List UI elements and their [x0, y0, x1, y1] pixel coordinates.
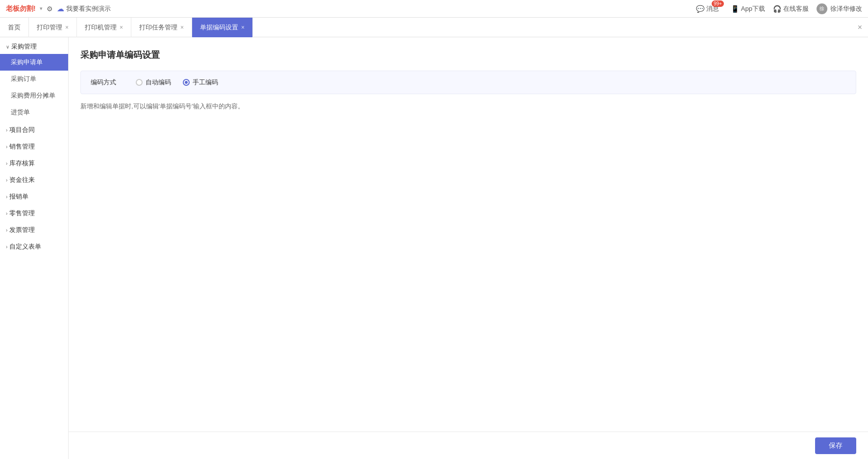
tab-print-task-mgmt[interactable]: 打印任务管理 × [131, 18, 192, 37]
tab-print-task-mgmt-label: 打印任务管理 [139, 23, 177, 32]
sidebar-group-returns[interactable]: › 报销单 [0, 187, 68, 204]
radio-auto-circle [136, 79, 143, 86]
radio-manual-encoding[interactable]: 手工编码 [183, 78, 218, 87]
tab-printer-mgmt[interactable]: 打印机管理 × [77, 18, 131, 37]
tab-print-mgmt[interactable]: 打印管理 × [29, 18, 77, 37]
chevron-custom-icon: › [6, 244, 7, 250]
top-bar-left: 老板勿割! ▾ ⚙ 我要看实例演示 [6, 4, 111, 13]
sidebar-group-custom-form[interactable]: › 自定义表单 [0, 237, 68, 254]
tab-bar-close-button[interactable]: × [858, 23, 868, 32]
hint-text: 新增和编辑单据时,可以编辑'单据编码号'输入框中的内容。 [80, 102, 856, 111]
chevron-sales-icon: › [6, 144, 7, 150]
sidebar-item-stock-in-label: 进货单 [11, 108, 30, 116]
sidebar-group-invoice[interactable]: › 发票管理 [0, 221, 68, 237]
main-layout: ∨ 采购管理 采购申请单 采购订单 采购费用分摊单 进货单 › 项目合同 › 销… [0, 37, 868, 459]
sidebar-group-retail[interactable]: › 零售管理 [0, 204, 68, 221]
chevron-project-icon: › [6, 128, 7, 133]
sidebar-item-stock-in[interactable]: 进货单 [0, 104, 68, 121]
avatar-text: 徐 [819, 5, 824, 12]
sidebar-item-purchase-expense[interactable]: 采购费用分摊单 [0, 87, 68, 104]
tab-single-code-settings[interactable]: 单据编码设置 × [192, 18, 253, 37]
content-body: 采购申请单编码设置 编码方式 自动编码 手工编码 新增和编辑单据时,可以编辑'单… [69, 37, 868, 432]
sidebar-group-sales-mgmt[interactable]: › 销售管理 [0, 137, 68, 154]
chevron-inventory-icon: › [6, 161, 7, 166]
radio-auto-encoding[interactable]: 自动编码 [136, 78, 171, 87]
message-button[interactable]: 消息 99+ [696, 4, 719, 13]
online-service-button[interactable]: 在线客服 [773, 4, 809, 13]
sidebar-group-sales-label: 销售管理 [9, 142, 35, 151]
sidebar-group-purchase[interactable]: ∨ 采购管理 [0, 37, 68, 54]
sidebar-group-purchase-label: 采购管理 [11, 42, 37, 51]
encoding-section: 编码方式 自动编码 手工编码 [80, 71, 856, 94]
sidebar-group-funds-label: 资金往来 [9, 176, 35, 184]
tab-home-label: 首页 [8, 23, 21, 32]
sidebar-group-funds[interactable]: › 资金往来 [0, 171, 68, 187]
avatar: 徐 [817, 3, 827, 14]
chevron-returns-icon: › [6, 194, 7, 200]
sidebar-group-retail-label: 零售管理 [9, 209, 35, 218]
demo-link-text: 我要看实例演示 [66, 4, 111, 13]
app-label: App下载 [741, 4, 765, 13]
service-icon [773, 5, 781, 13]
chevron-retail-icon: › [6, 211, 7, 216]
sidebar-item-purchase-order[interactable]: 采购订单 [0, 71, 68, 87]
tab-printer-mgmt-close[interactable]: × [120, 24, 123, 31]
tab-printer-mgmt-label: 打印机管理 [85, 23, 117, 32]
app-download-button[interactable]: App下载 [731, 4, 765, 13]
sidebar-item-purchase-request-label: 采购申请单 [11, 58, 43, 66]
top-bar: 老板勿割! ▾ ⚙ 我要看实例演示 消息 99+ App下载 在线客服 徐 徐泽… [0, 0, 868, 18]
sidebar-group-inventory[interactable]: › 库存核算 [0, 154, 68, 171]
sidebar-item-purchase-request[interactable]: 采购申请单 [0, 54, 68, 71]
demo-link[interactable]: 我要看实例演示 [57, 4, 111, 13]
sidebar-group-project-contract[interactable]: › 项目合同 [0, 121, 68, 137]
chevron-invoice-icon: › [6, 228, 7, 233]
sidebar-item-purchase-expense-label: 采购费用分摊单 [11, 92, 55, 99]
chevron-purchase-icon: ∨ [6, 44, 9, 50]
sidebar-group-invoice-label: 发票管理 [9, 226, 35, 234]
tab-print-task-mgmt-close[interactable]: × [180, 24, 184, 31]
message-icon [696, 5, 704, 13]
top-bar-right: 消息 99+ App下载 在线客服 徐 徐泽华修改 [696, 3, 862, 14]
encoding-label: 编码方式 [91, 78, 116, 87]
tab-print-mgmt-label: 打印管理 [37, 23, 62, 32]
user-name: 徐泽华修改 [830, 4, 862, 13]
chevron-funds-icon: › [6, 178, 7, 183]
save-button[interactable]: 保存 [815, 437, 856, 454]
cloud-icon [57, 4, 64, 13]
radio-auto-label: 自动编码 [146, 78, 171, 87]
dropdown-icon[interactable]: ▾ [40, 5, 43, 12]
tab-single-code-settings-close[interactable]: × [241, 24, 245, 31]
radio-manual-label: 手工编码 [193, 78, 218, 87]
tab-bar: 首页 打印管理 × 打印机管理 × 打印任务管理 × 单据编码设置 × × [0, 18, 868, 37]
content-footer: 保存 [69, 432, 868, 459]
radio-group: 自动编码 手工编码 [136, 78, 218, 87]
app-icon [731, 5, 739, 13]
content-area: 采购申请单编码设置 编码方式 自动编码 手工编码 新增和编辑单据时,可以编辑'单… [69, 37, 868, 459]
tab-single-code-settings-label: 单据编码设置 [200, 23, 238, 32]
tab-home[interactable]: 首页 [0, 18, 29, 37]
sidebar-group-custom-label: 自定义表单 [9, 242, 41, 251]
sidebar-group-project-label: 项目合同 [9, 126, 35, 134]
page-title: 采购申请单编码设置 [80, 49, 856, 61]
sidebar: ∨ 采购管理 采购申请单 采购订单 采购费用分摊单 进货单 › 项目合同 › 销… [0, 37, 69, 459]
user-section[interactable]: 徐 徐泽华修改 [817, 3, 862, 14]
sidebar-group-purchase-items: 采购申请单 采购订单 采购费用分摊单 进货单 [0, 54, 68, 121]
tab-print-mgmt-close[interactable]: × [65, 24, 69, 31]
sidebar-group-returns-label: 报销单 [9, 192, 28, 201]
logo-text: 老板勿割! [6, 4, 36, 13]
message-badge: 99+ [712, 0, 724, 7]
gear-icon[interactable]: ⚙ [47, 5, 53, 13]
service-label: 在线客服 [783, 4, 809, 13]
sidebar-item-purchase-order-label: 采购订单 [11, 75, 36, 82]
radio-manual-circle [183, 79, 190, 86]
sidebar-group-inventory-label: 库存核算 [9, 159, 35, 168]
